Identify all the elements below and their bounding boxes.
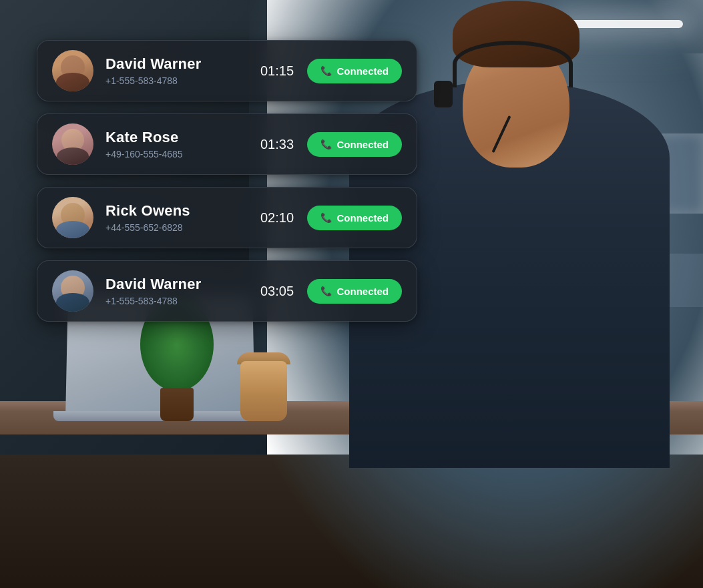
contact-name-3: Rick Owens (105, 202, 246, 220)
avatar-1 (52, 50, 93, 91)
phone-icon-3: 📞 (320, 212, 332, 223)
avatar-4 (52, 270, 93, 312)
plant-pot (160, 388, 194, 421)
phone-icon-2: 📞 (320, 139, 332, 150)
connected-badge-3[interactable]: 📞 Connected (307, 206, 402, 230)
contact-phone-1: +1-555-583-4788 (105, 75, 246, 86)
headset-band (453, 41, 573, 87)
connected-badge-1[interactable]: 📞 Connected (307, 59, 402, 83)
call-duration-3: 02:10 (258, 210, 295, 226)
headset-ear (434, 81, 453, 107)
connected-badge-4[interactable]: 📞 Connected (307, 279, 402, 304)
call-card-2[interactable]: Kate Rose +49-160-555-4685 01:33 📞 Conne… (37, 113, 417, 175)
connected-badge-2[interactable]: 📞 Connected (307, 132, 402, 157)
coffee-cup (240, 361, 287, 421)
laptop-base (53, 411, 260, 421)
contact-phone-3: +44-555-652-6828 (105, 222, 246, 233)
call-card-4[interactable]: David Warner +1-555-583-4788 03:05 📞 Con… (37, 260, 417, 322)
call-duration-2: 01:33 (258, 137, 295, 152)
connected-label-4: Connected (336, 286, 389, 297)
contact-phone-4: +1-555-583-4788 (105, 296, 246, 306)
contact-info-4: David Warner +1-555-583-4788 (105, 276, 246, 306)
avatar-3 (52, 197, 93, 238)
phone-icon-1: 📞 (320, 65, 332, 76)
contact-info-3: Rick Owens +44-555-652-6828 (105, 202, 246, 232)
cards-container: David Warner +1-555-583-4788 01:15 📞 Con… (37, 40, 417, 322)
contact-name-2: Kate Rose (105, 129, 246, 146)
contact-info-2: Kate Rose +49-160-555-4685 (105, 129, 246, 159)
contact-name-4: David Warner (105, 276, 246, 293)
connected-label-2: Connected (336, 139, 389, 150)
contact-name-1: David Warner (105, 55, 246, 73)
call-card-1[interactable]: David Warner +1-555-583-4788 01:15 📞 Con… (37, 40, 417, 101)
call-duration-1: 01:15 (258, 63, 295, 79)
contact-phone-2: +49-160-555-4685 (105, 149, 246, 160)
connected-label-1: Connected (336, 65, 389, 77)
call-duration-4: 03:05 (258, 284, 295, 299)
connected-label-3: Connected (336, 212, 389, 224)
contact-info-1: David Warner +1-555-583-4788 (105, 55, 246, 85)
avatar-2 (52, 123, 93, 165)
phone-icon-4: 📞 (320, 286, 332, 296)
ceiling-light (563, 20, 683, 28)
call-card-3[interactable]: Rick Owens +44-555-652-6828 02:10 📞 Conn… (37, 187, 417, 248)
